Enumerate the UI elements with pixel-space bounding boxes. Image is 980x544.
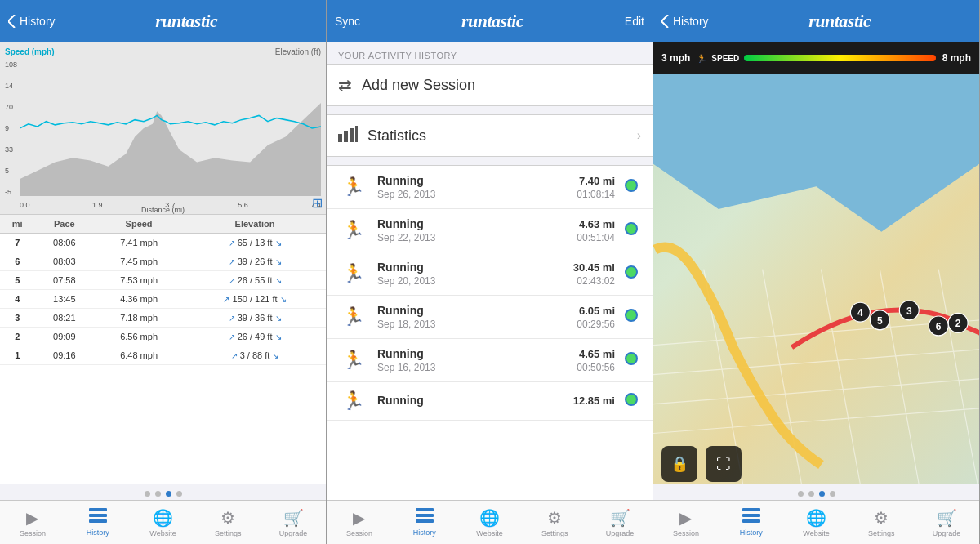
cell-speed: 6.56 mph [94, 328, 184, 346]
tab-upgrade-p1[interactable]: 🛒 Upgrade [261, 501, 326, 544]
map-area[interactable]: 1 2 3 4 5 6 7 🔒 ⛶ [653, 74, 979, 484]
play-icon-p3: ▶ [679, 508, 692, 528]
elevation-y-label: Elevation (ft) [275, 47, 321, 56]
statistics-icon [338, 126, 358, 146]
dot-1[interactable] [145, 491, 150, 497]
dot-p3-3[interactable] [819, 491, 825, 497]
chart-svg [20, 60, 321, 196]
edit-button[interactable]: Edit [625, 15, 644, 28]
expand-button[interactable]: ⛶ [706, 446, 742, 482]
cell-pace: 08:21 [35, 309, 95, 328]
running-icon-3: 🏃 [338, 263, 368, 284]
running-icon-2: 🏃 [338, 220, 368, 241]
tab-session-p1[interactable]: ▶ Session [0, 501, 65, 544]
speed-text: SPEED [711, 54, 739, 63]
dot-p3-1[interactable] [798, 491, 804, 497]
col-pace: Pace [35, 215, 95, 234]
cell-elevation: ↗ 150 / 121 ft ↘ [184, 290, 326, 309]
cell-mi: 1 [0, 346, 35, 365]
runner-speed-icon: 🏃 [697, 54, 706, 63]
tab-upgrade-p2[interactable]: 🛒 Upgrade [587, 501, 653, 544]
svg-text:3: 3 [906, 305, 912, 317]
status-2 [625, 222, 641, 239]
activity-row-2[interactable]: 🏃 Running Sep 22, 2013 4.63 mi 00:51:04 [327, 209, 653, 252]
svg-text:2: 2 [956, 318, 961, 329]
running-icon-1: 🏃 [338, 176, 368, 198]
activity-list: 🏃 Running Sep 26, 2013 7.40 mi 01:08:14 … [327, 165, 653, 500]
tab-website-p1[interactable]: 🌐 Website [131, 501, 196, 544]
logo-p1: runtastic [155, 11, 217, 32]
table-row: 4 13:45 4.36 mph ↗ 150 / 121 ft ↘ [0, 290, 326, 309]
y-axis-ticks: 108 14 70 9 33 5 -5 [5, 60, 17, 196]
svg-rect-6 [355, 126, 358, 142]
svg-rect-8 [416, 514, 434, 517]
cell-mi: 4 [0, 290, 35, 309]
panel-map: History runtastic 3 mph 🏃 SPEED 8 mph [653, 0, 980, 544]
col-speed: Speed [94, 215, 184, 234]
table-row: 6 08:03 7.45 mph ↗ 39 / 26 ft ↘ [0, 252, 326, 271]
activity-row-6[interactable]: 🏃 Running 12.85 mi [327, 382, 653, 421]
tab-session-p2[interactable]: ▶ Session [327, 501, 392, 544]
table-row: 3 08:21 7.18 mph ↗ 39 / 36 ft ↘ [0, 309, 326, 328]
history-icon-p3 [742, 508, 760, 527]
svg-rect-9 [416, 519, 434, 523]
tab-history-p2[interactable]: History [392, 501, 457, 544]
dot-4[interactable] [176, 491, 182, 497]
cell-elevation: ↗ 65 / 13 ft ↘ [184, 234, 326, 252]
activity-info-4: Running Sep 18, 2013 [377, 304, 567, 330]
history-icon [89, 508, 107, 527]
gear-icon: ⚙ [220, 508, 235, 528]
table-row: 7 08:06 7.41 mph ↗ 65 / 13 ft ↘ [0, 234, 326, 252]
grid-icon[interactable]: ⊞ [312, 195, 323, 211]
map-route-svg: 1 2 3 4 5 6 7 [653, 74, 979, 484]
tab-history-p1[interactable]: History [65, 501, 131, 544]
activity-row-3[interactable]: 🏃 Running Sep 20, 2013 30.45 mi 02:43:02 [327, 252, 653, 296]
tab-website-p2[interactable]: 🌐 Website [457, 501, 523, 544]
lock-button[interactable]: 🔒 [662, 446, 697, 482]
cell-pace: 09:09 [35, 328, 95, 346]
tab-settings-p2[interactable]: ⚙ Settings [522, 501, 587, 544]
dot-3[interactable] [166, 491, 172, 497]
header-p3: History runtastic [653, 0, 979, 42]
back-button-p3[interactable]: History [662, 15, 709, 28]
activity-row-5[interactable]: 🏃 Running Sep 16, 2013 4.65 mi 00:50:56 [327, 339, 653, 382]
dot-p3-4[interactable] [830, 491, 835, 497]
sync-label[interactable]: Sync [335, 15, 360, 28]
dot-p3-2[interactable] [808, 491, 814, 497]
speed-elevation-chart: Speed (mph) Elevation (ft) 108 14 70 9 3… [0, 42, 326, 214]
chevron-icon: › [637, 128, 641, 143]
cell-pace: 08:03 [35, 252, 95, 271]
pagination-dots-p1 [0, 484, 326, 500]
add-session-label: Add new Session [362, 77, 641, 94]
cell-speed: 7.53 mph [94, 271, 184, 290]
speed-y-label: Speed (mph) [5, 47, 55, 56]
tab-history-p3[interactable]: History [719, 501, 784, 544]
cell-mi: 3 [0, 309, 35, 328]
activity-row-1[interactable]: 🏃 Running Sep 26, 2013 7.40 mi 01:08:14 [327, 166, 653, 209]
tab-upgrade-p3[interactable]: 🛒 Upgrade [914, 501, 979, 544]
tab-settings-p3[interactable]: ⚙ Settings [849, 501, 914, 544]
x-axis-label: Distance (mi) [141, 206, 185, 214]
activity-stats-6: 12.85 mi [573, 395, 615, 408]
dot-2[interactable] [155, 491, 161, 497]
tab-session-p3[interactable]: ▶ Session [653, 501, 719, 544]
activity-stats-1: 7.40 mi 01:08:14 [577, 175, 615, 200]
tab-website-p3[interactable]: 🌐 Website [784, 501, 849, 544]
tab-settings-p1[interactable]: ⚙ Settings [195, 501, 261, 544]
running-icon-4: 🏃 [338, 306, 368, 328]
status-4 [625, 309, 641, 325]
activity-stats-5: 4.65 mi 00:50:56 [577, 348, 615, 373]
activity-row-4[interactable]: 🏃 Running Sep 18, 2013 6.05 mi 00:29:56 [327, 296, 653, 339]
svg-text:5: 5 [877, 315, 883, 327]
svg-line-11 [653, 347, 979, 377]
cell-speed: 4.36 mph [94, 290, 184, 309]
tab-bar-p3: ▶ Session History 🌐 Website ⚙ Settings 🛒… [653, 500, 979, 544]
col-elevation: Elevation [184, 215, 326, 234]
status-6 [625, 393, 641, 409]
back-button-p1[interactable]: History [8, 15, 56, 28]
statistics-button[interactable]: Statistics › [327, 114, 653, 157]
add-session-button[interactable]: ⇄ Add new Session [327, 64, 653, 106]
add-session-icon: ⇄ [338, 75, 352, 95]
cart-icon-p3: 🛒 [937, 508, 957, 528]
svg-rect-34 [742, 508, 760, 511]
